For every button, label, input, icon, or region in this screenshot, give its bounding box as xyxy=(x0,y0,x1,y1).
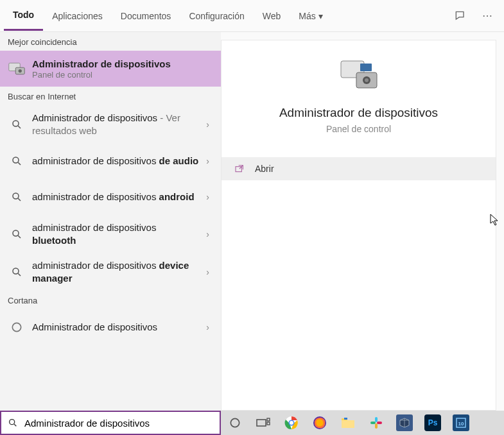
svg-line-12 xyxy=(18,273,21,276)
preview-title: Administrador de dispositivos xyxy=(279,106,438,120)
svg-point-23 xyxy=(230,418,239,427)
svg-rect-33 xyxy=(375,417,378,422)
result-title: administrador de dispositivos android xyxy=(32,191,202,203)
tab-settings[interactable]: Configuración xyxy=(180,2,253,30)
cortana-button[interactable] xyxy=(221,411,249,435)
result-subtitle: Panel de control xyxy=(32,70,213,80)
svg-point-5 xyxy=(13,157,19,163)
svg-rect-25 xyxy=(267,418,270,421)
chevron-down-icon: ▾ xyxy=(318,11,323,21)
device-manager-icon xyxy=(8,60,26,78)
result-web-4[interactable]: administrador de dispositivos device man… xyxy=(0,253,221,291)
section-internet: Buscar en Internet xyxy=(0,87,221,105)
section-cortana: Cortana xyxy=(0,291,221,309)
preview-subtitle: Panel de control xyxy=(326,124,391,134)
search-icon xyxy=(8,188,26,206)
app-explorer[interactable] xyxy=(334,411,362,435)
svg-text:10: 10 xyxy=(458,421,464,427)
svg-line-6 xyxy=(18,162,21,165)
result-title: administrador de dispositivos bluetooth xyxy=(32,221,202,246)
task-view-button[interactable] xyxy=(249,411,277,435)
chevron-right-icon: › xyxy=(202,267,213,277)
svg-rect-34 xyxy=(370,422,376,424)
app-slack[interactable] xyxy=(362,411,390,435)
svg-point-29 xyxy=(290,421,293,425)
result-web-1[interactable]: administrador de dispositivos de audio › xyxy=(0,143,221,179)
open-icon xyxy=(234,164,245,174)
device-manager-large-icon xyxy=(338,58,379,92)
svg-point-18 xyxy=(365,78,369,82)
svg-rect-32 xyxy=(344,418,347,420)
tab-documents[interactable]: Documentos xyxy=(112,2,180,30)
result-title: Administrador de dispositivos - Ver resu… xyxy=(32,112,202,137)
search-icon xyxy=(8,152,26,170)
result-web-3[interactable]: administrador de dispositivos bluetooth … xyxy=(0,215,221,253)
search-icon xyxy=(8,225,26,243)
cursor-icon xyxy=(490,214,500,226)
svg-line-8 xyxy=(18,198,21,201)
chevron-right-icon: › xyxy=(202,229,213,239)
preview-pane: Administrador de dispositivos Panel de c… xyxy=(221,40,496,411)
svg-line-4 xyxy=(18,126,21,128)
chevron-right-icon: › xyxy=(202,156,213,166)
svg-point-13 xyxy=(12,323,21,331)
svg-point-9 xyxy=(13,230,19,236)
app-chrome[interactable] xyxy=(277,411,306,435)
svg-rect-35 xyxy=(375,423,378,429)
app-photoshop[interactable]: Ps xyxy=(419,411,447,435)
search-icon xyxy=(8,418,18,428)
svg-rect-31 xyxy=(342,420,354,428)
result-title: Administrador de dispositivos xyxy=(32,58,213,71)
action-open[interactable]: Abrir xyxy=(222,157,496,180)
feedback-icon[interactable] xyxy=(446,3,474,29)
tab-apps[interactable]: Aplicaciones xyxy=(43,2,112,30)
result-cortana[interactable]: Administrador de dispositivos › xyxy=(0,309,221,345)
svg-point-2 xyxy=(19,69,22,72)
result-title: administrador de dispositivos device man… xyxy=(32,259,202,284)
svg-rect-16 xyxy=(360,64,372,71)
search-icon xyxy=(8,263,26,281)
cortana-icon xyxy=(8,318,26,336)
result-web-2[interactable]: administrador de dispositivos android › xyxy=(0,179,221,215)
svg-point-3 xyxy=(13,121,19,126)
svg-rect-24 xyxy=(257,420,266,426)
tab-all[interactable]: Todo xyxy=(4,1,43,31)
search-tabs: Todo Aplicaciones Documentos Configuraci… xyxy=(0,0,504,32)
svg-point-7 xyxy=(13,193,19,199)
svg-line-22 xyxy=(14,424,16,426)
action-label: Abrir xyxy=(255,164,274,174)
results-list: Mejor coincidencia Administrador de disp… xyxy=(0,32,221,411)
tab-more[interactable]: Más ▾ xyxy=(290,2,331,30)
result-best-match[interactable]: Administrador de dispositivos Panel de c… xyxy=(0,51,221,87)
search-input[interactable] xyxy=(24,418,213,429)
svg-rect-26 xyxy=(267,422,270,425)
app-virtualbox[interactable] xyxy=(390,411,419,435)
taskbar: Ps 10 xyxy=(0,411,504,435)
result-title: administrador de dispositivos de audio xyxy=(32,155,202,167)
app-firefox[interactable] xyxy=(306,411,334,435)
search-icon xyxy=(8,115,26,133)
svg-line-10 xyxy=(18,235,21,238)
result-title: Administrador de dispositivos xyxy=(32,321,202,334)
taskbar-search[interactable] xyxy=(0,411,221,435)
chevron-right-icon: › xyxy=(202,322,213,332)
svg-point-21 xyxy=(10,420,15,425)
svg-point-11 xyxy=(13,268,19,274)
svg-line-20 xyxy=(239,166,243,169)
app-generic[interactable]: 10 xyxy=(447,411,475,435)
svg-rect-36 xyxy=(377,422,382,424)
tab-web[interactable]: Web xyxy=(254,2,290,30)
more-options-icon[interactable]: ⋯ xyxy=(474,3,500,28)
chevron-right-icon: › xyxy=(202,119,213,130)
section-best-match: Mejor coincidencia xyxy=(0,32,221,51)
result-web-0[interactable]: Administrador de dispositivos - Ver resu… xyxy=(0,105,221,143)
chevron-right-icon: › xyxy=(202,192,213,202)
